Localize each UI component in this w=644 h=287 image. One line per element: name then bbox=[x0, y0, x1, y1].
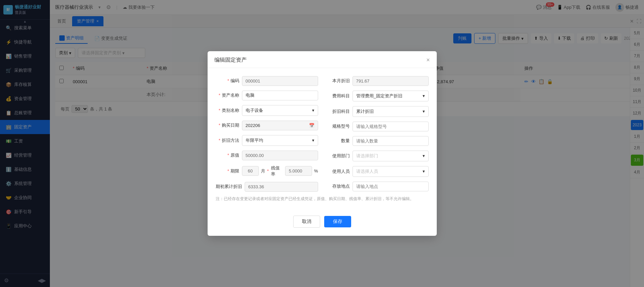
form-row-category: * 类别名称 电子设备 ▾ bbox=[216, 105, 318, 116]
spec-label: 规格型号 bbox=[326, 123, 350, 129]
period-group: 月 * 残值率 % bbox=[242, 165, 318, 177]
period-unit: 月 bbox=[261, 168, 265, 174]
user-label: 使用人员 bbox=[326, 168, 350, 174]
purchase-date-input[interactable]: 202206 📅 bbox=[242, 121, 318, 130]
code-input[interactable] bbox=[242, 76, 318, 86]
chevron-down-icon: ▾ bbox=[423, 109, 425, 114]
form-row-monthly-dep: 本月折旧 bbox=[326, 76, 429, 86]
form-row-initial-dep: 期初累计折旧 bbox=[216, 182, 318, 192]
user-select[interactable]: 请选择人员 ▾ bbox=[352, 166, 429, 177]
quantity-input[interactable] bbox=[352, 136, 429, 146]
form-row-name: * 资产名称 bbox=[216, 91, 318, 100]
form-row-code: * 编码 bbox=[216, 76, 318, 86]
form-row-period: * 期限 月 * 残值率 % bbox=[216, 165, 318, 177]
expense-subject-label: 费用科目 bbox=[326, 93, 350, 99]
form-row-location: 存放地点 bbox=[326, 182, 429, 191]
spec-input[interactable] bbox=[352, 122, 429, 131]
modal-overlay: 编辑固定资产 × * 编码 bbox=[50, 28, 644, 287]
modal-close-btn[interactable]: × bbox=[426, 57, 430, 64]
expense-subject-select[interactable]: 管理费用_固定资产折旧 ▾ bbox=[352, 91, 429, 101]
form-row-spec: 规格型号 bbox=[326, 122, 429, 131]
original-value-input[interactable] bbox=[242, 151, 318, 160]
form-row-expense-subject: 费用科目 管理费用_固定资产折旧 ▾ bbox=[326, 91, 429, 101]
period-input[interactable] bbox=[242, 166, 259, 176]
location-label: 存放地点 bbox=[326, 183, 350, 189]
department-select[interactable]: 请选择部门 ▾ bbox=[352, 151, 429, 161]
purchase-date-label: * 购买日期 bbox=[216, 122, 239, 128]
chevron-down-icon: ▾ bbox=[312, 108, 314, 113]
dep-method-label: * 折旧方法 bbox=[216, 137, 239, 144]
form-left-col: * 编码 * 资产名称 bbox=[216, 76, 318, 192]
residual-unit: % bbox=[314, 168, 318, 173]
code-label: * 编码 bbox=[216, 78, 239, 84]
chevron-down-icon: ▾ bbox=[312, 138, 314, 143]
modal-header: 编辑固定资产 × bbox=[208, 51, 437, 68]
name-label: * 资产名称 bbox=[216, 92, 239, 98]
category-select[interactable]: 电子设备 ▾ bbox=[242, 105, 318, 116]
monthly-dep-input[interactable] bbox=[352, 76, 429, 86]
form-row-quantity: 数量 bbox=[326, 136, 429, 146]
modal-title: 编辑固定资产 bbox=[214, 57, 247, 64]
save-button[interactable]: 保存 bbox=[324, 216, 351, 227]
calendar-icon: 📅 bbox=[309, 123, 314, 128]
form-row-user: 使用人员 请选择人员 ▾ bbox=[326, 166, 429, 177]
period-label: * 期限 bbox=[216, 168, 239, 174]
chevron-down-icon: ▾ bbox=[423, 93, 425, 98]
initial-dep-input[interactable] bbox=[245, 182, 318, 192]
department-label: 使用部门 bbox=[326, 153, 350, 159]
initial-dep-label: 期初累计折旧 bbox=[216, 184, 242, 190]
edit-asset-modal: 编辑固定资产 × * 编码 bbox=[208, 51, 437, 236]
form-row-dep-subject: 折旧科目 累计折旧 ▾ bbox=[326, 106, 429, 117]
modal-footer: 取消 保存 bbox=[208, 210, 437, 236]
form-row-department: 使用部门 请选择部门 ▾ bbox=[326, 151, 429, 161]
form-grid: * 编码 * 资产名称 bbox=[216, 76, 429, 192]
residual-rate-label: 残值率 bbox=[271, 165, 283, 177]
monthly-dep-label: 本月折旧 bbox=[326, 78, 350, 84]
name-input[interactable] bbox=[242, 91, 318, 100]
original-value-label: * 原值 bbox=[216, 152, 239, 158]
residual-rate-input[interactable] bbox=[285, 166, 312, 176]
dep-subject-select[interactable]: 累计折旧 ▾ bbox=[352, 106, 429, 117]
location-input[interactable] bbox=[352, 182, 429, 191]
cancel-button[interactable]: 取消 bbox=[293, 216, 320, 228]
form-row-dep-method: * 折旧方法 年限平均 ▾ bbox=[216, 135, 318, 146]
form-note: 注：已经存在变更记录或者对应固定资产已经生成凭证，原值、购买日期、残值率、累计折… bbox=[216, 196, 429, 202]
main-content: 医疗器械行业演示 ▾ ⚙ | ☁ 我要体验一下 💬 消息 99+ 📱 App下载… bbox=[50, 0, 644, 287]
form-right-col: 本月折旧 费用科目 管理费用_固定资产折旧 ▾ bbox=[326, 76, 429, 192]
dep-subject-label: 折旧科目 bbox=[326, 108, 350, 115]
chevron-down-icon: ▾ bbox=[423, 153, 425, 158]
form-row-purchase-date: * 购买日期 202206 📅 bbox=[216, 121, 318, 130]
category-label: * 类别名称 bbox=[216, 107, 239, 114]
form-row-original-value: * 原值 bbox=[216, 151, 318, 160]
modal-body: * 编码 * 资产名称 bbox=[208, 68, 437, 210]
quantity-label: 数量 bbox=[326, 138, 350, 144]
page-content: 资产明细 📄 变更生成凭证 刋账 + 新增 批量操作 ▾ ⬆ 导入 bbox=[50, 28, 644, 287]
chevron-down-icon: ▾ bbox=[423, 169, 425, 174]
dep-method-select[interactable]: 年限平均 ▾ bbox=[242, 135, 318, 146]
